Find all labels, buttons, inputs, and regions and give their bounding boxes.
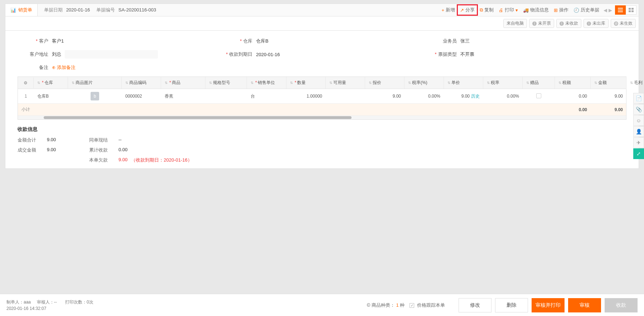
receive-button[interactable]: 收款 [605, 298, 638, 312]
svg-rect-1 [618, 10, 623, 10]
same-order-settle: 同单现结-- [89, 137, 197, 143]
address-redacted [65, 50, 158, 59]
image-placeholder-icon: b [91, 92, 99, 100]
audit-print-button[interactable]: 审核并打印 [532, 298, 565, 312]
footer-meta: 制单人：aaa 审核人：-- 打印次数：0次 2020-01-16 14:32:… [6, 299, 93, 312]
ops-button[interactable]: ⊞操作 [552, 5, 571, 15]
expand-icon: ⤢ [636, 151, 641, 157]
address-field: 客户地址 刘总 [18, 50, 218, 59]
add-remark-button[interactable]: ⊕ 添加备注 [52, 64, 76, 71]
view-grid-button[interactable] [626, 5, 636, 15]
customer-field: *客户 客户1 [18, 38, 218, 44]
user-icon: 👤 [636, 129, 642, 134]
help-icon: ☺ [636, 118, 641, 123]
rail-user-button[interactable]: 👤 [633, 126, 644, 137]
view-toggle [615, 5, 636, 15]
warehouse-field: *仓库 仓库B [222, 38, 422, 44]
table-row[interactable]: 1 仓库B b 0000002 香蕉 台 1.00000 9.00 0.00% … [18, 89, 626, 104]
info-icon: i [587, 21, 591, 26]
toolbar: 📊 销货单 单据日期 2020-01-16 单据编号 SA-20200116-0… [5, 4, 639, 16]
share-button[interactable]: ↗分享 [458, 5, 477, 15]
rail-help-button[interactable]: ☺ [633, 115, 644, 126]
next-button[interactable]: ▶ [609, 8, 612, 13]
rail-attachment-button[interactable]: 📎 [633, 104, 644, 115]
chart-icon: 📊 [10, 8, 16, 13]
footer: 制单人：aaa 审核人：-- 打印次数：0次 2020-01-16 14:32:… [0, 294, 644, 316]
row-index: 1 [18, 91, 34, 102]
copy-icon: ⧉ [480, 7, 483, 13]
price-history-link[interactable]: 历史 [471, 94, 480, 99]
stop-icon: ⊘ [614, 21, 618, 26]
share-icon: ↗ [460, 8, 464, 13]
invoice-status-badge: i未开票 [529, 19, 554, 28]
source-badge: 来自电脑 [503, 19, 527, 28]
cumulative-received: 累计收款0.00 [89, 147, 197, 153]
footer-timestamp: 2020-01-16 14:32:07 [6, 305, 93, 312]
print-button[interactable]: 🖨打印▾ [497, 5, 520, 15]
chevron-down-icon: ▾ [515, 8, 518, 13]
new-button[interactable]: +新增 [439, 5, 457, 15]
horizontal-scrollbar[interactable] [18, 116, 626, 119]
gear-icon: ⚙ [24, 80, 28, 85]
print-icon: 🖨 [499, 8, 503, 13]
price-follow-checkbox[interactable]: ✓ 价格跟踪本单 [410, 302, 445, 308]
rail-expand-button[interactable]: ⤢ [633, 148, 644, 159]
right-rail: 📄 📎 ☺ 👤 ✈ ⤢ [633, 93, 644, 159]
effect-status-badge: ⊘未生效 [611, 19, 636, 28]
table-header: ⚙ ⇅*仓库 ⇅商品图片 ⇅商品编码 ⇅*商品 ⇅规格型号 ⇅*销售单位 ⇅*数… [18, 77, 626, 89]
receipt-status-badge: i未收款 [556, 19, 581, 28]
prev-button[interactable]: ◀ [604, 8, 607, 13]
order-owed: 本单欠款 9.00 （收款到期日：2020-01-16） [89, 157, 197, 163]
svg-rect-6 [631, 10, 634, 12]
items-table: ⚙ ⇅*仓库 ⇅商品图片 ⇅商品编码 ⇅*商品 ⇅规格型号 ⇅*销售单位 ⇅*数… [18, 76, 626, 120]
header-number: 单据编号 SA-20200116-003 [96, 7, 156, 13]
paperclip-icon: 📎 [636, 107, 642, 112]
plus-circle-icon: ⊕ [52, 65, 57, 70]
info-icon: i [532, 21, 537, 26]
stock-status-badge: i未出库 [584, 19, 609, 28]
payment-section: 收款信息 金额合计9.00 同单现结-- 成交金额9.00 累计收款0.00 本… [18, 126, 626, 163]
deal-amount: 成交金额9.00 [18, 147, 89, 153]
svg-rect-5 [629, 10, 631, 12]
grid-icon: ⊞ [554, 8, 558, 13]
tab-sales-order[interactable]: 📊 销货单 [5, 4, 38, 16]
settings-column[interactable]: ⚙ [18, 78, 34, 88]
audit-button[interactable]: 审核 [568, 298, 601, 312]
svg-rect-3 [629, 8, 631, 10]
delete-button[interactable]: 删除 [495, 298, 528, 312]
logistics-button[interactable]: 🚚物流信息 [521, 5, 551, 15]
send-icon: ✈ [636, 140, 641, 145]
form-panel: *客户 客户1 *仓库 仓库B 业务员 张三 客户地址 刘总 *收款到期日 20… [5, 31, 639, 169]
svg-rect-2 [618, 11, 623, 12]
edit-button[interactable]: 修改 [459, 298, 492, 312]
payment-title: 收款信息 [18, 126, 626, 133]
remark-field: 备注 ⊕ 添加备注 [18, 64, 218, 71]
svg-rect-0 [618, 8, 623, 9]
status-row: 来自电脑 i未开票 i未收款 i未出库 ⊘未生效 [5, 16, 639, 31]
plus-icon: + [441, 8, 444, 13]
copy-button[interactable]: ⧉复制 [478, 5, 496, 15]
history-button[interactable]: 🕘历史单据 [571, 5, 601, 15]
svg-rect-4 [631, 8, 634, 10]
tab-title: 销货单 [18, 7, 32, 13]
header-date: 单据日期 2020-01-16 [44, 7, 90, 13]
salesperson-field: 业务员 张三 [426, 38, 626, 44]
checkbox-icon: ✓ [410, 303, 414, 308]
truck-icon: 🚚 [523, 8, 529, 13]
due-date-field: *收款到期日 2020-01-16 [222, 50, 422, 59]
rail-send-button[interactable]: ✈ [633, 137, 644, 148]
view-list-button[interactable] [615, 5, 626, 15]
doc-icon: 📄 [636, 95, 642, 101]
sku-count: © 商品种类： 1 种 [367, 302, 405, 308]
subtotal-row: 小计 0.00 9.00 -59.21 [18, 104, 626, 116]
invoice-type-field: *票据类型 不开票 [426, 50, 626, 59]
copyright-icon: © [367, 302, 371, 308]
gift-checkbox[interactable] [536, 93, 541, 98]
total-amount: 金额合计9.00 [18, 137, 89, 143]
info-icon: i [560, 21, 564, 26]
rail-doc-button[interactable]: 📄 [633, 93, 644, 104]
clock-icon: 🕘 [573, 8, 579, 13]
